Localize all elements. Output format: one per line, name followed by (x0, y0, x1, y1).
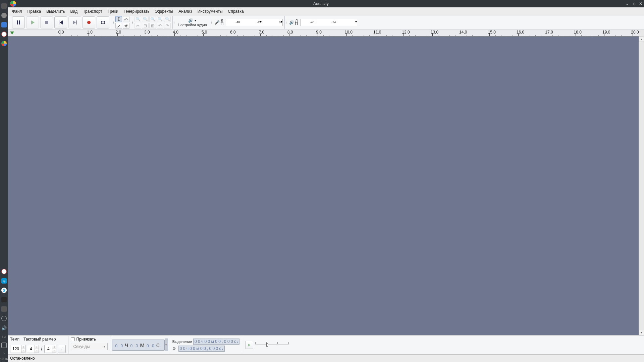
multi-tool[interactable] (123, 23, 129, 29)
tool-selectors (114, 15, 130, 29)
yandex-icon[interactable] (1, 32, 7, 37)
svg-rect-7 (76, 20, 77, 24)
taskbar-clock[interactable]: 19:16 (0, 358, 8, 361)
selection-panel: Выделение 0 0 ч 0 0 м 0 0 , 0 0 0 с▾ ⚙ 0… (170, 336, 241, 354)
bottom-toolbar: Темп Тактовый размер +− +− / +− ↓ Привяз… (8, 335, 644, 355)
menu-transport[interactable]: Транспорт (80, 8, 105, 15)
menu-edit[interactable]: Правка (25, 8, 44, 15)
snap-checkbox[interactable]: Привязать (71, 337, 108, 342)
app-icon-1[interactable] (1, 13, 7, 18)
keyboard-lang[interactable]: ru (2, 335, 6, 339)
stop-button[interactable] (40, 16, 53, 28)
transport-controls (10, 15, 111, 29)
tempo-input[interactable]: +− (10, 345, 25, 353)
skip-start-button[interactable] (54, 16, 67, 28)
play-at-speed-button[interactable] (245, 341, 253, 349)
audacity-taskbar-icon[interactable] (1, 41, 7, 46)
tempo-panel: Темп Тактовый размер +− +− / +− ↓ (8, 336, 68, 354)
record-button[interactable] (83, 16, 95, 28)
menu-effects[interactable]: Эффекты (152, 8, 176, 15)
speaker-icon: 🔊 (188, 18, 193, 23)
power-icon[interactable] (1, 316, 7, 321)
pause-button[interactable] (12, 16, 25, 28)
timeline-ruler[interactable]: 0,01,02,03,04,05,06,07,08,09,010,011,012… (8, 30, 644, 37)
trim-button[interactable]: ✂ (135, 23, 141, 29)
zoom-fit-project-button[interactable]: 🔍 (157, 16, 163, 22)
menu-tracks[interactable]: Треки (105, 8, 121, 15)
recording-meter[interactable]: 🎤 ЛП -48 -24 0 ▾ ▾ (213, 15, 284, 29)
audio-setup-button[interactable]: 🔊▾ Настройки аудио (175, 15, 210, 29)
time-position-display[interactable]: 0 0ч 0 0м 0 0с ▾ (111, 336, 169, 354)
selection-start-display[interactable]: 0 0 ч 0 0 м 0 0 , 0 0 0 с▾ (193, 339, 239, 345)
draw-tool[interactable] (115, 23, 122, 29)
yandex2-icon[interactable] (1, 269, 7, 274)
minimize-button[interactable]: ⌄ (624, 0, 631, 7)
audio-setup-label: Настройки аудио (178, 23, 207, 27)
play-button[interactable] (26, 16, 39, 28)
snap-panel: Привязать Секунды▾ (69, 336, 110, 354)
play-meter-channels: ЛП (295, 20, 299, 25)
timesig-dropdown-button[interactable]: ↓ (58, 345, 66, 353)
svg-rect-1 (19, 20, 20, 24)
rec-meter-channels: ЛП (221, 20, 225, 25)
vertical-scrollbar[interactable]: ▲▼ (639, 37, 644, 335)
timesig-num-input[interactable]: +− (27, 345, 39, 353)
speaker-meter-icon: 🔊 (289, 20, 294, 25)
svg-rect-4 (59, 20, 59, 24)
zoom-out-button[interactable]: 🔍 (142, 16, 149, 22)
envelope-tool[interactable] (123, 16, 129, 22)
hp-icon[interactable]: hp (1, 278, 7, 284)
svg-marker-6 (73, 20, 76, 24)
menu-tools[interactable]: Инструменты (195, 8, 225, 15)
status-text: Остановлено (10, 356, 35, 361)
play-at-speed-panel (243, 336, 291, 354)
selection-gear-icon[interactable]: ⚙ (172, 346, 177, 351)
play-meter-track[interactable]: -48 -24 ▾ (300, 19, 357, 26)
maximize-button[interactable]: ◇ (631, 0, 637, 7)
volume-icon[interactable]: 🔊 (1, 325, 7, 330)
display-icon[interactable] (1, 343, 7, 348)
menu-select[interactable]: Выделить (44, 8, 67, 15)
audacity-window: Audacity ⌄ ◇ ✕ Файл Правка Выделить Вид … (8, 0, 644, 362)
clipboard-icon[interactable] (1, 306, 7, 312)
zoom-fit-selection-button[interactable]: 🔍 (149, 16, 156, 22)
svg-rect-9 (101, 21, 105, 24)
zoom-toggle-button[interactable]: 🔍 (164, 16, 171, 22)
track-workspace[interactable] (8, 37, 639, 335)
expand-tray-icon[interactable]: › (3, 351, 5, 356)
menu-view[interactable]: Вид (67, 8, 80, 15)
tempo-label: Темп (10, 337, 19, 342)
selection-end-display[interactable]: 0 0 ч 0 0 м 0 0 , 0 0 0 с▾ (178, 346, 225, 352)
skype-icon[interactable]: S (1, 288, 7, 293)
menu-help[interactable]: Справка (225, 8, 247, 15)
toolbar: 🔍 🔍 🔍 🔍 🔍 ✂ ⊟ ⊞ ↶ ↷ 🔊▾ Настройки аудио 🎤… (8, 15, 644, 30)
loop-button[interactable] (97, 16, 109, 28)
playhead-icon[interactable] (10, 32, 14, 35)
terminal-icon[interactable] (1, 297, 7, 302)
sync-lock-button[interactable]: ⊞ (149, 23, 156, 29)
timesig-den-input[interactable]: +− (44, 345, 56, 353)
window-title: Audacity (18, 1, 624, 6)
skip-end-button[interactable] (68, 16, 81, 28)
selection-tool[interactable] (115, 16, 122, 22)
app-icon-2[interactable] (1, 22, 7, 27)
activities-icon[interactable] (1, 3, 7, 9)
snap-unit-select[interactable]: Секунды▾ (71, 343, 108, 350)
rec-meter-track[interactable]: -48 -24 0 ▾ ▾ (226, 19, 283, 26)
zoom-in-button[interactable]: 🔍 (135, 16, 141, 22)
svg-rect-3 (45, 21, 48, 24)
os-taskbar: hp S 🔊 ru › 19:16 (0, 0, 8, 362)
svg-rect-0 (17, 20, 18, 24)
menu-analyze[interactable]: Анализ (176, 8, 195, 15)
playback-meter[interactable]: 🔊 ЛП -48 -24 ▾ (287, 15, 359, 29)
playback-speed-slider[interactable] (255, 342, 289, 348)
undo-button[interactable]: ↶ (157, 23, 163, 29)
silence-button[interactable]: ⊟ (142, 23, 149, 29)
menu-generate[interactable]: Генерировать (121, 8, 152, 15)
audacity-app-icon (10, 1, 16, 7)
close-button[interactable]: ✕ (637, 0, 644, 7)
menu-file[interactable]: Файл (9, 8, 25, 15)
status-bar: Остановлено (8, 355, 644, 362)
svg-point-8 (87, 21, 91, 24)
redo-button[interactable]: ↷ (164, 23, 171, 29)
